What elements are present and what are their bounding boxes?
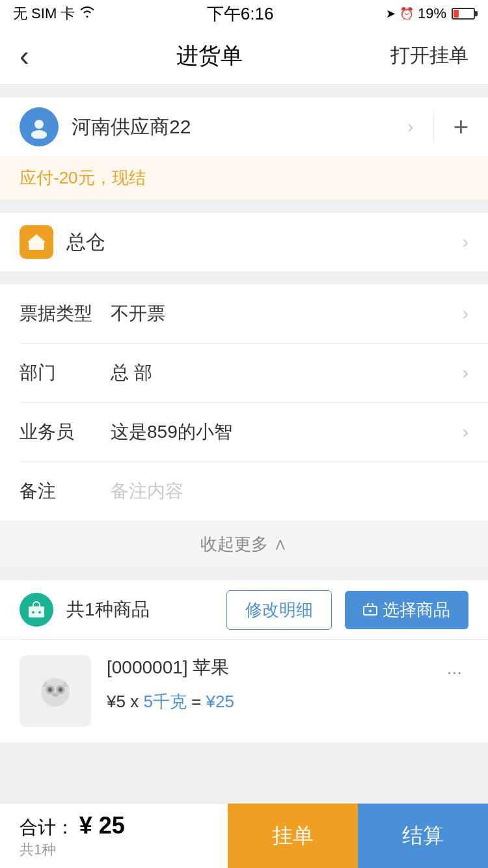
- dept-label: 部门: [20, 360, 98, 385]
- wifi-icon: [80, 5, 94, 22]
- remark-label: 备注: [20, 479, 98, 504]
- svg-point-15: [52, 693, 59, 697]
- form-section: 票据类型 不开票 › 部门 总 部 › 业务员 这是859的小智 › 备注 备注…: [0, 284, 488, 521]
- product-price-detail: ¥5 x 5千克 = ¥25: [107, 690, 441, 713]
- supplier-avatar: [20, 107, 59, 146]
- supplier-row[interactable]: 河南供应商22 › +: [0, 98, 488, 156]
- remark-row[interactable]: 备注 备注内容: [0, 462, 488, 521]
- open-hang-button[interactable]: 打开挂单: [390, 42, 468, 69]
- supplier-section: 河南供应商22 › + 应付-20元，现结: [0, 98, 488, 200]
- svg-point-6: [38, 611, 41, 614]
- svg-marker-3: [27, 234, 46, 242]
- back-button[interactable]: ‹: [20, 40, 29, 72]
- product-title: 苹果: [193, 657, 229, 677]
- total-count: 共1种: [20, 840, 208, 860]
- warehouse-row[interactable]: 总仓 ›: [0, 213, 488, 271]
- hang-button[interactable]: 挂单: [228, 804, 358, 869]
- total-section: 合计： ¥ 25 共1种: [0, 812, 228, 860]
- svg-point-1: [31, 130, 47, 139]
- add-button[interactable]: +: [454, 113, 468, 142]
- battery-icon: [452, 8, 475, 20]
- edit-detail-button[interactable]: 修改明细: [226, 590, 332, 630]
- divider-3: [0, 271, 488, 284]
- salesperson-value: 这是859的小智: [111, 420, 463, 444]
- quantity: 5千克: [143, 692, 186, 711]
- nav-bar: ‹ 进货单 打开挂单: [0, 27, 488, 85]
- page-title: 进货单: [176, 41, 243, 71]
- select-product-button[interactable]: 选择商品: [345, 591, 468, 629]
- divider-2: [0, 200, 488, 213]
- supplier-name: 河南供应商22: [72, 114, 407, 141]
- equals: =: [187, 692, 206, 711]
- alarm-icon: ⏰: [400, 7, 414, 21]
- svg-point-13: [49, 688, 51, 691]
- invoice-row[interactable]: 票据类型 不开票 ›: [0, 284, 488, 343]
- checkout-button[interactable]: 结算: [358, 804, 488, 869]
- invoice-label: 票据类型: [20, 301, 98, 326]
- svg-point-0: [34, 120, 44, 129]
- product-header: 共1种商品 修改明细 选择商品: [0, 580, 488, 639]
- divider-1: [0, 85, 488, 98]
- product-info: [0000001] 苹果 ¥5 x 5千克 = ¥25: [107, 655, 441, 713]
- product-code: [0000001]: [107, 657, 193, 677]
- product-item: [0000001] 苹果 ¥5 x 5千克 = ¥25 ···: [0, 640, 488, 742]
- carrier-label: 无 SIM 卡: [13, 4, 75, 23]
- battery-percent: 19%: [418, 5, 446, 22]
- svg-point-5: [32, 611, 34, 614]
- svg-point-14: [59, 688, 62, 691]
- warehouse-name: 总仓: [66, 229, 463, 256]
- total-amount: ¥ 25: [79, 812, 125, 839]
- info-banner: 应付-20元，现结: [0, 156, 488, 200]
- warehouse-chevron-icon: ›: [463, 232, 468, 252]
- salesperson-row[interactable]: 业务员 这是859的小智 ›: [0, 403, 488, 461]
- total-row: 合计： ¥ 25: [20, 812, 208, 840]
- warehouse-section: 总仓 ›: [0, 213, 488, 271]
- dept-chevron-icon: ›: [463, 362, 468, 383]
- total-price: ¥25: [206, 692, 234, 711]
- total-prefix: 合计：: [20, 817, 74, 837]
- collapse-label: 收起更多 ∧: [200, 533, 287, 556]
- location-icon: ➤: [386, 7, 396, 21]
- bottom-bar: 合计： ¥ 25 共1种 挂单 结算: [0, 803, 488, 868]
- invoice-value: 不开票: [111, 301, 463, 326]
- collapse-button[interactable]: 收起更多 ∧: [0, 521, 488, 567]
- remark-input[interactable]: 备注内容: [111, 479, 468, 504]
- divider-4: [0, 567, 488, 580]
- supplier-chevron-icon: ›: [407, 116, 413, 137]
- product-icon: [20, 593, 53, 627]
- vertical-divider: [433, 111, 434, 143]
- salesperson-chevron-icon: ›: [463, 422, 468, 442]
- status-right: ➤ ⏰ 19%: [386, 5, 475, 22]
- svg-rect-2: [29, 241, 44, 250]
- dept-value: 总 部: [111, 360, 463, 385]
- svg-rect-4: [29, 606, 44, 617]
- unit-price: ¥5 x: [107, 692, 143, 711]
- dept-row[interactable]: 部门 总 部 ›: [0, 344, 488, 402]
- product-name: [0000001] 苹果: [107, 655, 441, 680]
- status-bar: 无 SIM 卡 下午6:16 ➤ ⏰ 19%: [0, 0, 488, 27]
- status-left: 无 SIM 卡: [13, 4, 94, 23]
- bottom-spacer: [0, 742, 488, 807]
- salesperson-label: 业务员: [20, 420, 98, 444]
- product-count-label: 共1种商品: [66, 597, 226, 622]
- invoice-chevron-icon: ›: [463, 303, 468, 324]
- select-product-label: 选择商品: [383, 599, 450, 621]
- status-time: 下午6:16: [207, 3, 274, 25]
- more-button[interactable]: ···: [441, 655, 468, 689]
- warehouse-icon: [20, 225, 53, 259]
- product-thumbnail: [20, 655, 91, 727]
